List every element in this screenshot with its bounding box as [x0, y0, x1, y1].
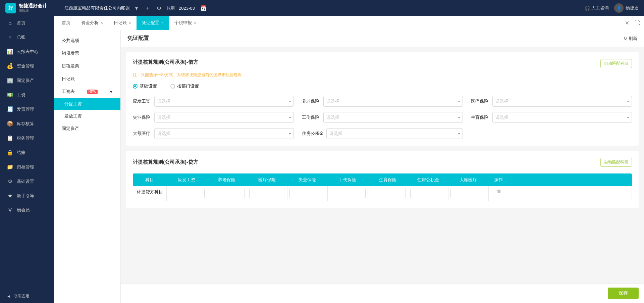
main-layout: ⌂ 首页 ≡ 总账 📊 云报表中心 💰 资金管理 🏢 固定资产 💵 工资 🧾 发… [0, 16, 644, 303]
reports-icon: 📊 [7, 48, 13, 55]
radio-basic-label: 基础设置 [140, 83, 157, 89]
sidebar-item-reports[interactable]: 📊 云报表中心 [0, 44, 54, 59]
sidebar-item-tax[interactable]: 📋 税务管理 [0, 131, 54, 145]
maternity-label: 生育保险 [471, 114, 490, 120]
housing-select[interactable]: 请选择 ▾ [326, 128, 463, 139]
big-medical-select[interactable]: 请选择 ▾ [154, 128, 294, 139]
input-housing[interactable] [410, 189, 446, 198]
tab-voucher[interactable]: 凭证配置 × [137, 16, 169, 30]
tab-home[interactable]: 首页 [56, 16, 76, 30]
tab-tax[interactable]: 个税申报 × [169, 16, 202, 30]
calendar-btn[interactable]: 📅 [199, 4, 208, 13]
sidebar-label-payroll: 工资 [17, 92, 25, 98]
cell-apply-salary [167, 186, 207, 201]
ledger-icon: ≡ [7, 34, 13, 40]
tab-tax-close[interactable]: × [194, 20, 196, 25]
pension-label: 养老保险 [302, 98, 321, 104]
tab-voucher-close[interactable]: × [161, 20, 164, 25]
col-pension: 养老保险 [207, 173, 247, 186]
form-medical: 医疗保险 请选择 ▾ [471, 96, 632, 107]
form-maternity: 生育保险 请选择 ▾ [471, 112, 632, 123]
sidebar-label-reports: 云报表中心 [17, 49, 39, 55]
sub-nav-fixed-assets[interactable]: 固定资产 [54, 122, 120, 135]
sub-nav-payroll-table[interactable]: 工资表 NEW ▾ [54, 85, 120, 98]
apply-salary-select[interactable]: 请选择 ▾ [154, 96, 294, 107]
debit-note: 注：只能选择一种方式，系统将按照您当前的选择来配置规则 [133, 72, 632, 78]
sidebar-item-archive[interactable]: 📁 归档管理 [0, 160, 54, 174]
col-maternity: 生育保险 [368, 173, 408, 186]
sidebar-item-ledger[interactable]: ≡ 总账 [0, 30, 54, 44]
input-maternity[interactable] [370, 189, 406, 198]
injury-placeholder: 请选择 [326, 114, 339, 120]
unemployment-select[interactable]: 请选择 ▾ [154, 112, 294, 123]
user-area[interactable]: 👤 畅捷通 [614, 3, 639, 13]
maternity-select[interactable]: 请选择 ▾ [492, 112, 632, 123]
sub-nav-pay-payroll[interactable]: 发放工资 [54, 110, 120, 122]
settings-btn[interactable]: ⚙ [155, 4, 163, 13]
input-pension[interactable] [209, 189, 245, 198]
sidebar-item-funds[interactable]: 💰 资金管理 [0, 59, 54, 73]
tab-tax-label: 个税申报 [174, 20, 192, 26]
sub-nav-calc-payroll[interactable]: 计提工资 [54, 98, 120, 110]
company-dropdown-btn[interactable]: ▾ [134, 4, 139, 13]
sidebar-label-settings: 基础设置 [17, 179, 34, 185]
tab-diary[interactable]: 日记账 × [108, 16, 137, 30]
col-injury: 工伤保险 [327, 173, 368, 186]
tab-diary-close[interactable]: × [129, 20, 131, 25]
sidebar-item-invoices[interactable]: 🧾 发票管理 [0, 102, 54, 116]
radio-dept[interactable]: 按部门设置 [170, 83, 199, 89]
sidebar-item-settings[interactable]: ⚙ 基础设置 [0, 174, 54, 189]
injury-select[interactable]: 请选择 ▾ [323, 112, 463, 123]
big-medical-arrow: ▾ [289, 132, 291, 136]
col-action: 操作 [488, 173, 508, 186]
add-account-btn[interactable]: ＋ [143, 3, 151, 13]
medical-select[interactable]: 请选择 ▾ [492, 96, 632, 107]
save-area: 保存 [121, 283, 644, 303]
sidebar-label-archive: 归档管理 [17, 164, 34, 170]
sidebar-item-payroll[interactable]: 💵 工资 [0, 88, 54, 102]
input-injury[interactable] [330, 189, 366, 198]
debit-section: 计提核算规则(公司承担)-借方 自动匹配科目 注：只能选择一种方式，系统将按照您… [126, 52, 639, 146]
logo-area: 好 畅捷通好会计 旗舰版 [5, 3, 59, 13]
cell-housing [408, 186, 448, 201]
sidebar-item-inventory[interactable]: 📦 库存核算 [0, 116, 54, 131]
pension-select[interactable]: 请选择 ▾ [323, 96, 463, 107]
tab-diary-label: 日记账 [114, 20, 127, 26]
cancel-pin-btn[interactable]: ◄ 取消固定 [0, 289, 54, 303]
sub-nav-public[interactable]: 公共选项 [54, 34, 120, 47]
col-unemployment: 失业保险 [287, 173, 327, 186]
refresh-btn[interactable]: ↻ 刷新 [624, 36, 637, 42]
debit-form-grid: 应发工资 请选择 ▾ 养老保险 请选择 ▾ [133, 96, 632, 139]
sub-nav-sales[interactable]: 销项发票 [54, 47, 120, 60]
tab-funds-close[interactable]: × [101, 20, 103, 25]
debit-auto-match-btn[interactable]: 自动匹配科目 [600, 59, 632, 68]
sub-nav-diary[interactable]: 日记账 [54, 72, 120, 85]
apply-salary-label: 应发工资 [133, 98, 152, 104]
sidebar-item-assets[interactable]: 🏢 固定资产 [0, 73, 54, 88]
credit-auto-match-btn[interactable]: 自动匹配科目 [600, 158, 632, 167]
input-apply-salary[interactable] [169, 189, 205, 198]
delete-row-btn[interactable]: 🗑 [497, 189, 501, 194]
input-unemployment[interactable] [289, 189, 325, 198]
form-apply-salary: 应发工资 请选择 ▾ [133, 96, 294, 107]
col-medical: 医疗保险 [247, 173, 287, 186]
sidebar-item-vip[interactable]: V 畅会员 [0, 203, 54, 217]
unemployment-label: 失业保险 [133, 114, 152, 120]
radio-basic[interactable]: 基础设置 [133, 83, 157, 89]
cell-medical [247, 186, 287, 201]
input-big-medical[interactable] [450, 189, 486, 198]
save-btn[interactable]: 保存 [608, 288, 639, 299]
cell-maternity [368, 186, 408, 201]
sidebar-item-close[interactable]: 🔒 结账 [0, 145, 54, 160]
input-medical[interactable] [249, 189, 285, 198]
service-btn[interactable]: 🎧 人工咨询 [585, 5, 609, 11]
sub-nav-purchase[interactable]: 进项发票 [54, 60, 120, 72]
sidebar-item-home[interactable]: ⌂ 首页 [0, 16, 54, 30]
tab-funds[interactable]: 资金分析 × [76, 16, 108, 30]
sidebar-label-guide: 新手引导 [17, 193, 34, 199]
close-tab-btn[interactable]: ✕ [624, 18, 631, 28]
pin-icon: ◄ [7, 294, 11, 299]
sidebar-item-guide[interactable]: ★ 新手引导 [0, 189, 54, 203]
maximize-tab-btn[interactable]: ⛶ [633, 18, 641, 28]
inventory-icon: 📦 [7, 120, 13, 127]
